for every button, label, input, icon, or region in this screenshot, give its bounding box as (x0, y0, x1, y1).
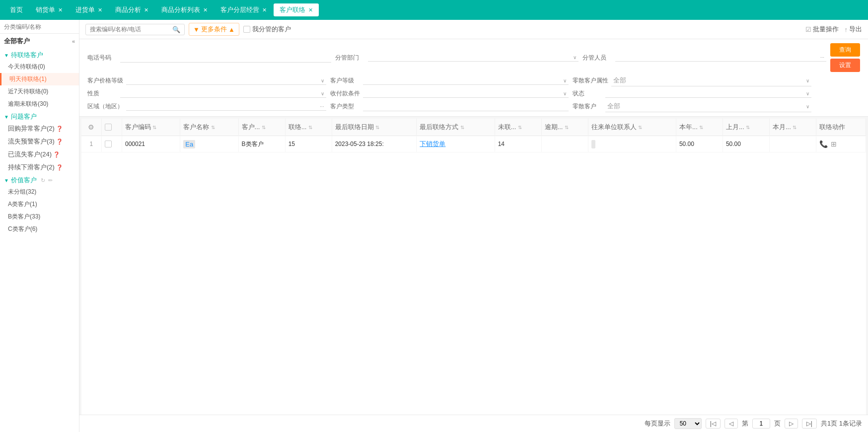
col-name[interactable]: 客户名称 ⇅ (180, 119, 238, 136)
nav-sales-order[interactable]: 销货单 ✕ (30, 3, 69, 16)
filter-customer-level-label: 客户等级 (330, 76, 360, 85)
sidebar-item-class-b[interactable]: B类客户(33) (0, 211, 79, 223)
help-icon-1[interactable]: ❓ (56, 126, 63, 132)
col-type[interactable]: 客户... ⇅ (238, 119, 285, 136)
nav-customer-segment[interactable]: 客户分层经营 ✕ (215, 3, 273, 16)
nav-home[interactable]: 首页 (4, 3, 29, 16)
filter-status-select[interactable]: ∨ (605, 90, 811, 98)
filter-customer-level-select[interactable]: ∨ (363, 77, 569, 85)
close-customer-segment-icon[interactable]: ✕ (262, 7, 267, 13)
sort-type-icon: ⇅ (262, 125, 266, 130)
my-customers-checkbox[interactable] (243, 26, 250, 33)
page-input[interactable] (752, 419, 770, 429)
sidebar-item-today[interactable]: 今天待联络(0) (0, 61, 79, 73)
col-last-month[interactable]: 上月... ⇅ (723, 119, 769, 136)
filter-payment-terms-select[interactable]: ∨ (363, 90, 569, 98)
select-all-checkbox[interactable] (105, 124, 112, 131)
next-page-button[interactable]: ▷ (785, 419, 798, 429)
filter-nature-select[interactable]: ∨ (120, 90, 326, 98)
help-icon-3[interactable]: ❓ (53, 151, 60, 157)
sidebar-item-class-c[interactable]: C类客户(6) (0, 223, 79, 235)
batch-ops-button[interactable]: ☑ 批量操作 (805, 25, 839, 34)
sidebar-item-already-lost[interactable]: 已流失客户(24) ❓ (0, 148, 79, 161)
sidebar-group-pending-contact[interactable]: ▼ 待联络客户 (0, 49, 79, 61)
more-conditions-button[interactable]: ▼ 更多条件 ▲ (189, 23, 239, 36)
last-page-button[interactable]: ▷| (802, 419, 817, 429)
table-settings-icon[interactable]: ⚙ (88, 123, 94, 131)
search-icon[interactable]: 🔍 (172, 26, 180, 33)
filter-phone-input[interactable] (120, 53, 331, 63)
col-not-contacted[interactable]: 未联... ⇅ (495, 119, 541, 136)
sidebar-search-input[interactable] (4, 23, 78, 30)
col-code[interactable]: 客户编码 ⇅ (122, 119, 180, 136)
filter-retail-label: 零散客户 (573, 102, 602, 111)
filter-row-3: 性质 ∨ 收付款条件 ∨ 状态 (87, 89, 860, 98)
sidebar-item-class-a[interactable]: A类客户(1) (0, 198, 79, 211)
col-this-month[interactable]: 本月... ⇅ (769, 119, 816, 136)
nav-product-analysis[interactable]: 商品分析 ✕ (109, 3, 154, 16)
filter-retail-select[interactable]: 全部 ∨ (605, 101, 811, 112)
sidebar-item-repurchase-abnormal[interactable]: 回购异常客户(2) ❓ (0, 122, 79, 135)
sidebar-item-lost-potential[interactable]: 流失预警客户(3) ❓ (0, 135, 79, 148)
export-button[interactable]: ↑ 导出 (845, 25, 863, 34)
nav-purchase-order[interactable]: 进货单 ✕ (70, 3, 108, 16)
sidebar-item-continuous-down[interactable]: 持续下滑客户(2) ❓ (0, 161, 79, 174)
row-checkbox[interactable] (105, 141, 112, 147)
sidebar-group-problem-customers[interactable]: ▼ 问题客户 (0, 110, 79, 122)
chevron-down-icon-nature: ∨ (321, 91, 324, 96)
cell-last-month: 50.00 (723, 136, 769, 152)
filter-price-level-select[interactable]: ∨ (126, 77, 326, 85)
close-customer-contact-icon[interactable]: ✕ (308, 7, 313, 13)
table-header-row: ⚙ 客户编码 ⇅ 客户名称 ⇅ (81, 119, 866, 136)
phone-action-icon[interactable]: 📞 (819, 140, 828, 148)
reset-button[interactable]: 设置 (830, 59, 860, 72)
cell-name[interactable]: Ea (180, 136, 238, 152)
filter-manager-select[interactable]: ··· (615, 54, 826, 62)
col-last-contact-method[interactable]: 最后联络方式 ⇅ (417, 119, 495, 136)
filter-price-level-label: 客户价格等级 (87, 76, 123, 85)
query-button[interactable]: 查询 (830, 43, 860, 57)
close-product-analysis-list-icon[interactable]: ✕ (203, 7, 208, 13)
sidebar-item-unclassified[interactable]: 未分组(32) (0, 186, 79, 198)
help-icon-2[interactable]: ❓ (56, 139, 63, 144)
filter-retail-attr-select[interactable]: 全部 ∨ (611, 75, 811, 86)
filter-customer-type-input[interactable] (363, 102, 569, 111)
sidebar-group-value-customers[interactable]: ▼ 价值客户 ↻ ✏ (0, 174, 79, 186)
grid-action-icon[interactable]: ⊞ (831, 140, 837, 148)
col-company-contact[interactable]: 往来单位联系人 ⇅ (588, 119, 676, 136)
col-this-year[interactable]: 本年... ⇅ (676, 119, 723, 136)
sort-this-month-icon: ⇅ (793, 125, 796, 130)
sort-this-year-icon: ⇅ (699, 125, 703, 130)
filter-status: 状态 ∨ (573, 89, 811, 98)
close-purchase-order-icon[interactable]: ✕ (98, 7, 102, 13)
sidebar-item-near7days[interactable]: 近7天待联络(0) (0, 85, 79, 98)
col-overdue[interactable]: 逾期... ⇅ (541, 119, 588, 136)
filter-region-select[interactable]: ··· (126, 103, 326, 111)
per-page-select[interactable]: 50 100 200 (674, 418, 702, 429)
close-sales-order-icon[interactable]: ✕ (58, 7, 63, 13)
col-no: ⚙ (81, 119, 101, 136)
filter-retail-attr: 零散客户属性 全部 ∨ (573, 75, 811, 86)
cell-last-method[interactable]: 下销货单 (417, 136, 495, 152)
help-icon-4[interactable]: ❓ (56, 164, 63, 170)
first-page-button[interactable]: |◁ (706, 419, 721, 429)
refresh-icon[interactable]: ↻ (41, 177, 45, 184)
sidebar-item-tomorrow[interactable]: 明天待联络(1) (0, 73, 79, 85)
table-row: 1 000021 Ea B类客户 15 2023-05-23 18:25: 下销… (81, 136, 866, 152)
col-contact-count[interactable]: 联络... ⇅ (285, 119, 332, 136)
col-last-contact-date[interactable]: 最后联络日期 ⇅ (332, 119, 417, 136)
sidebar-item-overdue[interactable]: 逾期未联络(30) (0, 98, 79, 110)
my-customers-label: 我分管的客户 (252, 25, 291, 34)
close-product-analysis-icon[interactable]: ✕ (144, 7, 148, 13)
arrow-down-icon: ▼ (4, 53, 9, 58)
filter-dept-select[interactable]: ∨ (368, 54, 579, 62)
cell-no: 1 (81, 136, 101, 152)
all-customers-label[interactable]: 全部客户 « (0, 34, 79, 49)
nav-product-analysis-list[interactable]: 商品分析列表 ✕ (155, 3, 214, 16)
prev-page-button[interactable]: ◁ (724, 419, 738, 429)
search-input[interactable] (90, 26, 170, 33)
nav-customer-contact[interactable]: 客户联络 ✕ (274, 3, 319, 16)
edit-icon[interactable]: ✏ (48, 177, 53, 184)
total-label: 共1页 1条记录 (821, 419, 862, 428)
cell-contact-count: 15 (285, 136, 332, 152)
